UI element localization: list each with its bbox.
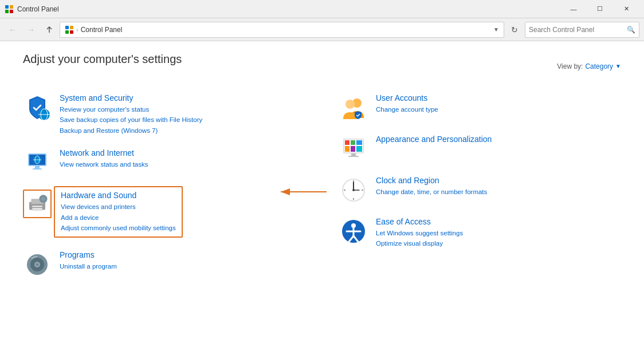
svg-point-30 — [345, 100, 355, 109]
category-clock-region: Clock and Region Change date, time, or n… — [339, 176, 621, 204]
left-column: System and Security Review your computer… — [23, 93, 305, 291]
forward-button[interactable]: → — [23, 22, 39, 38]
clock-region-link-1[interactable]: Change date, time, or number formats — [376, 187, 487, 197]
title-bar-left: Control Panel — [5, 5, 59, 14]
address-bar: ← → › Control Panel ▼ ↻ 🔍 — [0, 18, 644, 41]
up-icon — [45, 26, 53, 34]
ease-of-access-link-2[interactable]: Optimize visual display — [376, 238, 463, 249]
close-button[interactable]: ✕ — [613, 0, 639, 18]
user-accounts-icon — [339, 93, 368, 122]
back-button[interactable]: ← — [5, 22, 21, 38]
up-button[interactable] — [41, 22, 57, 38]
network-internet-info: Network and Internet View network status… — [60, 148, 148, 170]
category-network-internet: Network and Internet View network status… — [23, 148, 305, 177]
svg-rect-0 — [5, 5, 9, 9]
network-internet-icon — [23, 148, 52, 177]
viewby-label: View by: — [557, 62, 583, 70]
svg-rect-38 — [356, 146, 362, 152]
minimize-button[interactable]: — — [560, 0, 587, 18]
breadcrumb-icon — [65, 25, 74, 34]
main-content: Adjust your computer's settings View by:… — [0, 41, 644, 339]
system-security-link-1[interactable]: Review your computer's status — [60, 104, 202, 115]
svg-rect-20 — [32, 206, 42, 207]
category-programs: Programs Uninstall a program — [23, 250, 305, 279]
user-accounts-title[interactable]: User Accounts — [376, 93, 438, 103]
system-security-title[interactable]: System and Security — [60, 93, 202, 103]
svg-rect-6 — [65, 30, 69, 34]
viewby-value[interactable]: Category — [585, 62, 613, 70]
system-security-link-3[interactable]: Backup and Restore (Windows 7) — [60, 125, 202, 136]
address-dropdown-btn[interactable]: ▼ — [493, 26, 499, 33]
categories-grid: System and Security Review your computer… — [23, 93, 621, 291]
search-box[interactable]: 🔍 — [525, 22, 639, 38]
ease-of-access-info: Ease of Access Let Windows suggest setti… — [376, 217, 463, 249]
right-column: User Accounts Change account type — [339, 93, 621, 291]
window-title: Control Panel — [17, 5, 59, 13]
svg-rect-4 — [65, 26, 69, 29]
svg-rect-17 — [33, 168, 42, 170]
ease-of-access-icon — [339, 217, 368, 246]
svg-rect-34 — [351, 140, 355, 145]
programs-title[interactable]: Programs — [60, 250, 117, 259]
viewby-arrow-icon[interactable]: ▼ — [615, 63, 621, 69]
hardware-sound-link-2[interactable]: Add a device — [61, 212, 176, 223]
view-by-control: View by: Category ▼ — [557, 62, 621, 70]
search-input[interactable] — [529, 26, 625, 34]
clock-region-info: Clock and Region Change date, time, or n… — [376, 176, 487, 197]
system-security-info: System and Security Review your computer… — [60, 93, 202, 136]
network-internet-title[interactable]: Network and Internet — [60, 148, 148, 157]
header-row: Adjust your computer's settings View by:… — [23, 53, 621, 80]
hardware-sound-link-1[interactable]: View devices and printers — [61, 202, 176, 212]
svg-rect-1 — [10, 5, 13, 9]
user-accounts-link-1[interactable]: Change account type — [376, 104, 438, 115]
breadcrumb-text: Control Panel — [81, 26, 123, 34]
svg-point-24 — [43, 199, 44, 200]
appearance-info: Appearance and Personalization — [376, 135, 492, 145]
svg-rect-36 — [345, 146, 350, 152]
ease-of-access-link-1[interactable]: Let Windows suggest settings — [376, 228, 463, 238]
title-bar-controls: — ☐ ✕ — [560, 0, 639, 18]
breadcrumb-separator: › — [76, 26, 78, 33]
programs-link-1[interactable]: Uninstall a program — [60, 261, 117, 271]
programs-icon — [23, 250, 52, 279]
search-icon[interactable]: 🔍 — [627, 26, 635, 34]
hardware-sound-link-3[interactable]: Adjust commonly used mobility settings — [61, 223, 176, 233]
svg-point-28 — [36, 263, 38, 266]
title-bar: Control Panel — ☐ ✕ — [0, 0, 644, 18]
control-panel-titlebar-icon — [5, 5, 14, 14]
address-box[interactable]: › Control Panel ▼ — [60, 22, 504, 38]
programs-info: Programs Uninstall a program — [60, 250, 117, 271]
network-internet-link-1[interactable]: View network status and tasks — [60, 159, 148, 170]
svg-rect-33 — [345, 140, 350, 145]
svg-rect-3 — [10, 10, 13, 13]
category-user-accounts: User Accounts Change account type — [339, 93, 621, 122]
ease-of-access-title[interactable]: Ease of Access — [376, 217, 463, 226]
svg-rect-35 — [356, 140, 362, 145]
appearance-title[interactable]: Appearance and Personalization — [376, 135, 492, 144]
hardware-sound-info: Hardware and Sound View devices and prin… — [54, 186, 183, 238]
svg-rect-2 — [5, 10, 9, 13]
category-ease-of-access: Ease of Access Let Windows suggest setti… — [339, 217, 621, 249]
svg-rect-39 — [351, 153, 356, 156]
user-accounts-info: User Accounts Change account type — [376, 93, 438, 115]
system-security-link-2[interactable]: Save backup copies of your files with Fi… — [60, 115, 202, 125]
clock-region-icon — [339, 176, 368, 204]
svg-rect-7 — [70, 30, 73, 34]
svg-rect-5 — [70, 26, 73, 29]
page-title: Adjust your computer's settings — [23, 53, 182, 66]
clock-region-title[interactable]: Clock and Region — [376, 176, 487, 185]
appearance-icon — [339, 135, 368, 163]
category-hardware-sound: Hardware and Sound View devices and prin… — [23, 190, 305, 238]
hardware-sound-title[interactable]: Hardware and Sound — [61, 191, 176, 200]
refresh-button[interactable]: ↻ — [506, 22, 523, 38]
hardware-sound-icon — [23, 190, 52, 218]
svg-rect-21 — [32, 208, 42, 211]
svg-rect-37 — [351, 146, 355, 152]
category-system-security: System and Security Review your computer… — [23, 93, 305, 136]
svg-rect-16 — [35, 166, 40, 168]
system-security-icon — [23, 93, 52, 122]
category-appearance: Appearance and Personalization — [339, 135, 621, 163]
svg-rect-40 — [348, 156, 359, 157]
restore-button[interactable]: ☐ — [587, 0, 613, 18]
